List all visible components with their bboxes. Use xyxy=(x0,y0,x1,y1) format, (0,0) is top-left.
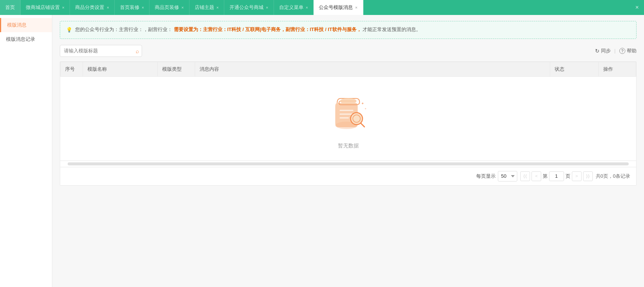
empty-icon: ✦ ✦ xyxy=(326,92,371,137)
page-size-select: 每页显示 10 20 50 100 xyxy=(476,171,517,181)
total-info: 共0页，0条记录 xyxy=(596,173,630,180)
tab-shop-setting[interactable]: 微商城店铺设置 × xyxy=(21,0,70,15)
svg-text:✦: ✦ xyxy=(364,107,367,110)
prev-page-button[interactable]: ＜ xyxy=(531,171,541,181)
tab-home-decor[interactable]: 首页装修 × xyxy=(115,0,150,15)
help-icon: ? xyxy=(619,48,625,54)
scrollbar-wrap xyxy=(60,161,636,167)
close-tab-category-setting[interactable]: × xyxy=(107,5,109,10)
tab-shop-theme[interactable]: 店铺主题 × xyxy=(189,0,224,15)
close-tab-custom-menu[interactable]: × xyxy=(306,5,308,10)
close-tab-product-decor[interactable]: × xyxy=(181,5,184,10)
svg-point-1 xyxy=(340,98,357,104)
col-header-index: 序号 xyxy=(61,62,83,76)
sidebar-item-template-record[interactable]: 模版消息记录 xyxy=(0,32,52,46)
next-page-button[interactable]: ＞ xyxy=(572,171,582,181)
col-header-status: 状态 xyxy=(550,62,599,76)
help-button[interactable]: ? 帮助 xyxy=(619,48,637,54)
tab-home[interactable]: 首页 xyxy=(0,0,21,15)
data-table: 序号 模版名称 模版类型 消息内容 状态 操作 xyxy=(60,62,636,161)
page-number-input[interactable] xyxy=(549,171,564,181)
sync-icon: ↻ xyxy=(595,48,600,54)
close-tab-shop-theme[interactable]: × xyxy=(216,5,219,10)
search-input[interactable] xyxy=(60,45,142,57)
col-header-content: 消息内容 xyxy=(195,62,550,76)
close-tab-open-mall[interactable]: × xyxy=(266,5,268,10)
horizontal-scrollbar[interactable] xyxy=(68,162,629,165)
search-bar: ⌕ ↻ 同步 | ? 帮助 xyxy=(60,45,637,57)
close-tab-shop-setting[interactable]: × xyxy=(62,5,64,10)
table-container: 序号 模版名称 模版类型 消息内容 状态 操作 xyxy=(60,61,637,186)
page-nav: ⟨⟨ ＜ 第 页 ＞ ⟩⟩ xyxy=(520,171,593,181)
first-page-button[interactable]: ⟨⟨ xyxy=(520,171,530,181)
last-page-button[interactable]: ⟩⟩ xyxy=(583,171,593,181)
close-tab-template-msg[interactable]: × xyxy=(355,5,357,10)
alert-box: 💡 您的公众号行业为：主营行业：，副营行业： 需要设置为：主营行业：IT科技 /… xyxy=(60,21,637,39)
close-all-tabs-button[interactable]: × xyxy=(630,4,644,11)
sidebar: 模版消息 模版消息记录 xyxy=(0,15,52,287)
col-header-type: 模版类型 xyxy=(158,62,195,76)
divider: | xyxy=(614,48,616,54)
pagination: 每页显示 10 20 50 100 ⟨⟨ ＜ 第 页 ＞ ⟩⟩ xyxy=(60,167,636,185)
main-layout: 模版消息 模版消息记录 💡 您的公众号行业为：主营行业：，副营行业： 需要设置为… xyxy=(0,15,644,287)
search-input-wrap: ⌕ xyxy=(60,45,142,57)
search-icon[interactable]: ⌕ xyxy=(136,48,139,54)
empty-state: ✦ ✦ 暂无数据 xyxy=(61,77,636,161)
sync-button[interactable]: ↻ 同步 xyxy=(595,48,611,54)
bulb-icon: 💡 xyxy=(66,26,72,34)
tab-open-mall[interactable]: 开通公众号商城 × xyxy=(224,0,274,15)
col-header-name: 模版名称 xyxy=(83,62,158,76)
top-nav: 首页 微商城店铺设置 × 商品分类设置 × 首页装修 × 商品页装修 × 店铺主… xyxy=(0,0,644,15)
tab-product-decor[interactable]: 商品页装修 × xyxy=(150,0,189,15)
svg-line-7 xyxy=(361,123,364,127)
page-size-dropdown[interactable]: 10 20 50 100 xyxy=(498,171,517,181)
empty-text: 暂无数据 xyxy=(61,143,636,149)
sidebar-item-template[interactable]: 模版消息 xyxy=(0,18,52,32)
content-area: 💡 您的公众号行业为：主营行业：，副营行业： 需要设置为：主营行业：IT科技 /… xyxy=(52,15,644,287)
tab-template-msg[interactable]: 公众号模版消息 × xyxy=(314,0,363,15)
toolbar-right: ↻ 同步 | ? 帮助 xyxy=(595,48,637,54)
tab-custom-menu[interactable]: 自定义菜单 × xyxy=(274,0,314,15)
col-header-action: 操作 xyxy=(599,62,636,76)
tab-category-setting[interactable]: 商品分类设置 × xyxy=(70,0,114,15)
svg-text:✦: ✦ xyxy=(361,101,364,106)
close-tab-home-decor[interactable]: × xyxy=(142,5,144,10)
